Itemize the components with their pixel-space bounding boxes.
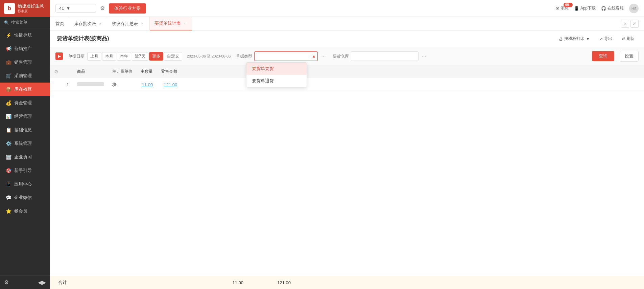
column-settings-icon[interactable]: ⚙ (54, 69, 58, 74)
nav-icon-member: ⭐ (5, 208, 11, 214)
nav-label-enterprise: 企业协同 (14, 154, 32, 160)
chevron-down-icon: ▼ (66, 6, 70, 11)
date-btn-custom[interactable]: 自定义 (164, 52, 182, 61)
date-btn-last_month[interactable]: 上月 (87, 52, 101, 61)
filter-date-group: 单据日期 上月本月本年近7天更多自定义 2023-05-06 至 2023-06… (68, 52, 231, 61)
td-qty[interactable]: 11.00 (137, 78, 157, 91)
date-btn-last_7days[interactable]: 近7天 (132, 52, 148, 61)
tab-close-inventory-batch[interactable]: × (98, 21, 102, 26)
sidebar-item-enterprise[interactable]: 🏢企业协同 (0, 150, 50, 164)
filter-warehouse-group: 要货仓库 ··· (333, 51, 587, 61)
print-template-btn[interactable]: 🖨 按模板打印 ▼ (556, 35, 593, 43)
nav-label-guide: 新手引导 (14, 168, 32, 174)
nav-icon-app: 📱 (5, 181, 11, 187)
tab-expand-btn[interactable]: ⤢ (630, 20, 639, 28)
settings-icon[interactable]: ⚙ (4, 279, 9, 286)
table-header-row: ⚙ 商品 主计量单位 主数量 零售金额 (50, 65, 644, 78)
sidebar-header: b 畅捷通好生意 标准版 (0, 0, 50, 17)
sidebar-item-guide[interactable]: 🎯新手引导 (0, 164, 50, 177)
table-footer: 合计 11.00 121.00 (50, 276, 644, 289)
sidebar: b 畅捷通好生意 标准版 🔍 搜索菜单 ⚡快捷导航📢营销推广💼销售管理🛒采购管理… (0, 0, 50, 289)
type-more-btn[interactable]: ··· (320, 53, 327, 59)
date-btn-more[interactable]: 更多 (149, 52, 163, 61)
th-qty: 主数量 (137, 65, 157, 78)
warehouse-more-btn[interactable]: ··· (421, 53, 428, 59)
tab-label-inventory-batch: 库存批次账 (74, 21, 96, 27)
sidebar-item-member[interactable]: ⭐畅会员 (0, 204, 50, 218)
tab-label-requisition-stats: 要货单统计表 (154, 20, 181, 26)
org-selector[interactable]: 41 ▼ (55, 4, 96, 13)
user-menu[interactable]: Rit (629, 4, 639, 13)
tab-inventory-batch[interactable]: 库存批次账× (69, 17, 107, 30)
refresh-btn[interactable]: ↺ 刷新 (619, 35, 637, 43)
tab-close-requisition-stats[interactable]: × (183, 21, 187, 26)
nav-label-marketing: 营销推广 (14, 46, 32, 52)
td-seq: 1 (63, 78, 73, 91)
dropdown-option-要货单退货[interactable]: 要货单退货 (246, 75, 307, 87)
page-content: 要货单统计表(按商品) 🖨 按模板打印 ▼ ↗ 导出 ↺ 刷新 ▶ (50, 30, 644, 289)
app-logo: b (4, 3, 15, 14)
app-download-label: App下载 (580, 5, 596, 11)
sidebar-item-wechat[interactable]: 💬企业微信 (0, 191, 50, 204)
footer-total-label: 合计 (54, 280, 128, 286)
tab-close-collect-summary[interactable]: × (140, 21, 144, 26)
sidebar-nav: ⚡快捷导航📢营销推广💼销售管理🛒采购管理📦库存核算💰资金管理📊经营管理📋基础信息… (0, 28, 50, 275)
sidebar-item-app[interactable]: 📱应用中心 (0, 177, 50, 191)
th-product: 商品 (73, 65, 108, 78)
tab-collect-summary[interactable]: 收发存汇总表× (107, 17, 149, 30)
nav-label-quick-nav: 快捷导航 (14, 32, 32, 38)
th-amount: 零售金额 (157, 65, 181, 78)
sidebar-search-label: 搜索菜单 (11, 20, 27, 25)
sidebar-item-quick-nav[interactable]: ⚡快捷导航 (0, 28, 50, 42)
sidebar-footer: ⚙ ◀▶ (0, 275, 50, 289)
sidebar-item-finance[interactable]: 💰资金管理 (0, 96, 50, 110)
export-btn[interactable]: ↗ 导出 (597, 35, 615, 43)
message-btn[interactable]: ✉ 消息 99+ (556, 5, 569, 11)
trial-btn[interactable]: 体验行业方案 (109, 3, 146, 14)
filter-expand-btn[interactable]: ▶ (55, 52, 63, 60)
nav-icon-basic: 📋 (5, 127, 11, 133)
sidebar-item-operation[interactable]: 📊经营管理 (0, 110, 50, 123)
nav-icon-quick-nav: ⚡ (5, 32, 11, 38)
warehouse-label: 要货仓库 (333, 53, 349, 59)
refresh-icon: ↺ (622, 37, 625, 41)
sidebar-item-sales[interactable]: 💼销售管理 (0, 55, 50, 69)
filter-bar: ▶ 单据日期 上月本月本年近7天更多自定义 2023-05-06 至 2023-… (50, 47, 644, 65)
warehouse-input[interactable] (351, 51, 419, 61)
sidebar-item-basic[interactable]: 📋基础信息 (0, 123, 50, 137)
dropdown-icon: ▼ (586, 37, 590, 41)
tab-label-collect-summary: 收发存汇总表 (112, 21, 138, 27)
th-seq (63, 65, 73, 78)
data-table: ⚙ 商品 主计量单位 主数量 零售金额 1 块 11.00 121.00 (50, 65, 644, 91)
page-header-actions: 🖨 按模板打印 ▼ ↗ 导出 ↺ 刷新 (556, 35, 637, 43)
org-selector-label: 41 (59, 6, 64, 11)
query-btn[interactable]: 查询 (592, 51, 614, 61)
tab-controls: ✕ ⤢ (621, 20, 639, 28)
user-avatar: Rit (629, 4, 639, 13)
table-body: 1 块 11.00 121.00 (50, 78, 644, 91)
td-amount[interactable]: 121.00 (157, 78, 181, 91)
sidebar-item-inventory[interactable]: 📦库存核算 (0, 83, 50, 96)
tab-close-all-btn[interactable]: ✕ (621, 20, 629, 28)
nav-icon-inventory: 📦 (5, 86, 11, 92)
date-btn-this_year[interactable]: 本年 (117, 52, 131, 61)
date-btn-this_month[interactable]: 本月 (102, 52, 116, 61)
topbar-settings-icon[interactable]: ⚙ (100, 5, 105, 12)
tab-requisition-stats[interactable]: 要货单统计表× (150, 17, 192, 30)
app-download-btn[interactable]: 📱 App下载 (574, 5, 596, 11)
sidebar-item-marketing[interactable]: 📢营销推广 (0, 42, 50, 55)
filter-settings-btn[interactable]: 设置 (620, 51, 639, 62)
sidebar-item-system[interactable]: ⚙️系统管理 (0, 137, 50, 150)
nav-label-system: 系统管理 (14, 140, 32, 147)
sidebar-item-purchase[interactable]: 🛒采购管理 (0, 69, 50, 83)
sidebar-search[interactable]: 🔍 搜索菜单 (0, 17, 50, 28)
nav-icon-purchase: 🛒 (5, 73, 11, 79)
tab-home[interactable]: 首页 (55, 17, 69, 30)
online-service-btn[interactable]: 🎧 在线客服 (601, 5, 624, 11)
type-select-input[interactable] (254, 51, 318, 61)
td-empty (50, 78, 63, 91)
type-dropdown: 要货单要货要货单退货 (246, 62, 307, 87)
main-area: 41 ▼ ⚙ 体验行业方案 ✉ 消息 99+ 📱 App下载 🎧 在线客服 Ri… (50, 0, 644, 289)
dropdown-option-要货单要货[interactable]: 要货单要货 (246, 63, 307, 75)
collapse-icon[interactable]: ◀▶ (38, 279, 46, 286)
